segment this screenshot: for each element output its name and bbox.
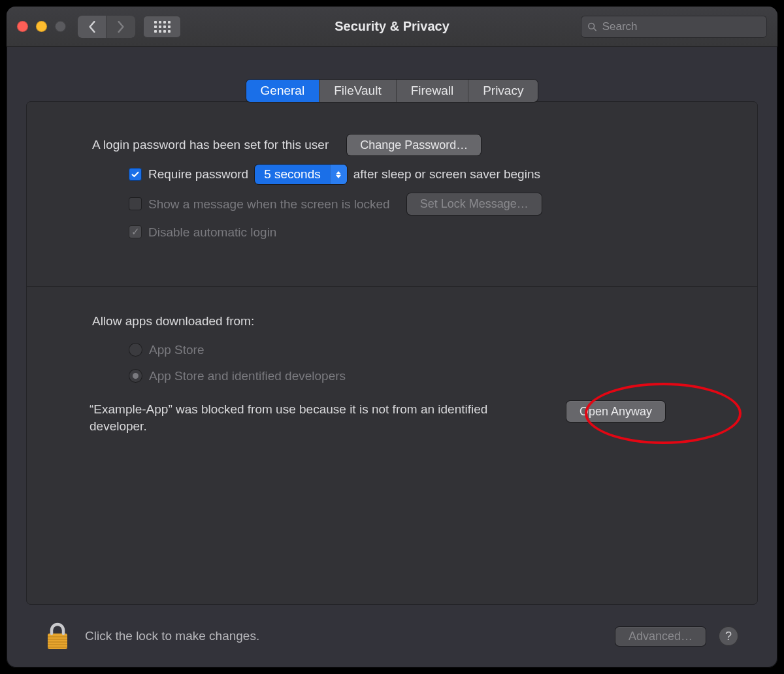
advanced-button[interactable]: Advanced…	[615, 627, 706, 646]
general-panel: A login password has been set for this u…	[26, 101, 758, 605]
allow-apps-option-identified: App Store and identified developers	[129, 368, 718, 385]
radio-identified-developers	[129, 369, 142, 383]
login-password-label: A login password has been set for this u…	[92, 136, 329, 153]
search-input[interactable]	[602, 20, 760, 33]
titlebar: Security & Privacy	[7, 7, 777, 47]
minimize-button[interactable]	[36, 21, 47, 32]
zoom-button	[55, 21, 66, 32]
lock-area[interactable]: Click the lock to make changes.	[46, 622, 259, 650]
blocked-app-row: “Example-App” was blocked from use becau…	[90, 401, 718, 434]
window-controls	[17, 21, 66, 32]
disable-auto-login-row: Disable automatic login	[129, 224, 718, 241]
require-password-checkbox[interactable]	[129, 168, 142, 181]
show-all-button[interactable]	[143, 16, 181, 38]
require-password-suffix: after sleep or screen saver begins	[353, 166, 540, 183]
lock-message-label: Show a message when the screen is locked	[148, 196, 390, 213]
tab-filevault[interactable]: FileVault	[319, 80, 397, 102]
lock-message: Click the lock to make changes.	[85, 629, 259, 643]
disable-auto-login-label: Disable automatic login	[148, 224, 276, 241]
radio-app-store-label: App Store	[149, 342, 204, 359]
close-button[interactable]	[17, 21, 28, 32]
nav-back-forward	[78, 16, 135, 38]
tab-bar: General FileVault Firewall Privacy	[246, 80, 538, 102]
change-password-button[interactable]: Change Password…	[347, 135, 481, 155]
radio-app-store	[129, 343, 142, 357]
require-password-label: Require password	[148, 166, 248, 183]
disable-auto-login-checkbox	[129, 225, 142, 238]
allow-apps-option-app-store: App Store	[129, 342, 718, 359]
forward-button	[106, 16, 135, 38]
window-body: General FileVault Firewall Privacy A log…	[7, 47, 777, 667]
tab-privacy[interactable]: Privacy	[468, 80, 538, 102]
require-password-row: Require password 5 seconds after sleep o…	[129, 165, 718, 184]
search-icon	[587, 22, 597, 32]
search-field[interactable]	[581, 16, 767, 38]
stepper-icon	[330, 165, 347, 184]
set-lock-message-button: Set Lock Message…	[407, 193, 542, 214]
radio-identified-label: App Store and identified developers	[149, 368, 346, 385]
back-button[interactable]	[78, 16, 106, 38]
lock-message-row: Show a message when the screen is locked…	[129, 193, 718, 214]
lock-message-checkbox	[129, 197, 142, 210]
divider	[27, 286, 757, 287]
svg-point-0	[589, 23, 595, 29]
blocked-app-message: “Example-App” was blocked from use becau…	[90, 401, 547, 434]
tab-firewall[interactable]: Firewall	[397, 80, 468, 102]
lock-icon	[46, 622, 69, 650]
grid-icon	[154, 21, 171, 33]
require-password-delay-select[interactable]: 5 seconds	[255, 165, 347, 184]
preferences-window: Security & Privacy General FileVault Fir…	[7, 7, 777, 667]
svg-line-1	[594, 28, 596, 30]
tab-general[interactable]: General	[246, 80, 320, 102]
help-button[interactable]: ?	[719, 626, 738, 646]
login-password-row: A login password has been set for this u…	[92, 135, 718, 155]
svg-rect-2	[48, 634, 67, 649]
open-anyway-button[interactable]: Open Anyway	[566, 401, 665, 422]
delay-value: 5 seconds	[255, 166, 330, 183]
allow-apps-heading: Allow apps downloaded from:	[92, 313, 718, 330]
footer: Click the lock to make changes. Advanced…	[26, 605, 758, 667]
